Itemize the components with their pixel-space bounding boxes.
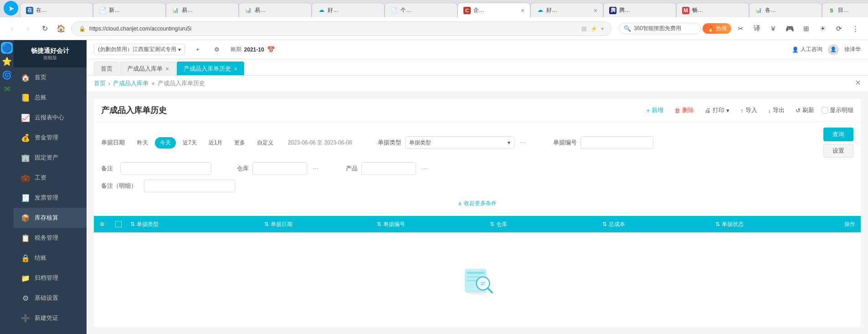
sync-icon[interactable]: ⟳: [832, 21, 846, 36]
tab-mu[interactable]: S 目…: [822, 3, 868, 17]
tab-history-close[interactable]: ×: [234, 65, 237, 72]
delete-btn[interactable]: 🗑 删除: [671, 104, 698, 116]
note-input[interactable]: [120, 162, 211, 175]
nav-item-inventory[interactable]: 📦 库存核算: [14, 208, 87, 228]
company-selector[interactable]: (勿删勿禁用）江西服宝测试专用 ▾: [94, 44, 185, 55]
tab-list-close[interactable]: ×: [165, 65, 169, 72]
th-cost[interactable]: ⇅ 总成本: [599, 221, 711, 228]
grid-icon[interactable]: ⊞: [799, 21, 813, 36]
refresh-btn[interactable]: ↻: [38, 22, 51, 35]
currency-icon[interactable]: ¥: [766, 21, 781, 36]
icon-sidebar-mail[interactable]: ✉: [1, 83, 13, 95]
nav-item-home[interactable]: 🏠 首页: [14, 67, 87, 87]
nav-item-tax[interactable]: 📋 税务管理: [14, 228, 87, 248]
icon-sidebar-home[interactable]: 🔵: [1, 42, 13, 54]
type-dots[interactable]: ···: [518, 139, 528, 147]
query-btn[interactable]: 查询: [823, 128, 853, 141]
product-input[interactable]: [361, 162, 416, 175]
scissors-icon[interactable]: ✂: [733, 21, 748, 36]
nav-item-settings[interactable]: ⚙ 基础设置: [14, 288, 87, 308]
nav-item-funds[interactable]: 💰 资金管理: [14, 128, 87, 148]
tab-qi[interactable]: C 企… ×: [457, 3, 530, 17]
date-btn-yesterday[interactable]: 昨天: [132, 137, 153, 149]
hot-search-badge[interactable]: 🔥 热搜: [703, 23, 731, 34]
icon-sidebar-weibo[interactable]: 🌀: [1, 69, 13, 81]
warehouse-dots[interactable]: ···: [311, 164, 320, 173]
th-gear[interactable]: ⚙: [94, 221, 110, 227]
print-btn[interactable]: 🖨 打印 ▾: [701, 104, 733, 116]
th-ops-text: 操作: [844, 221, 855, 228]
num-filter-label: 单据编号: [553, 139, 577, 147]
type-select[interactable]: 单据类型 ▾: [405, 136, 514, 149]
th-status[interactable]: ⇅ 单据状态: [712, 221, 824, 228]
refresh-action-btn[interactable]: ↺ 刷新: [792, 104, 818, 116]
th-type[interactable]: ⇅ 单据类型: [127, 221, 261, 228]
search-box[interactable]: 🔍 360智能抠图免费用: [619, 23, 701, 34]
date-btn-more[interactable]: 更多: [229, 137, 250, 149]
tab-hao1[interactable]: ☁ 好…: [312, 3, 385, 17]
th-num[interactable]: ⇅ 单据编号: [373, 221, 486, 228]
date-btn-custom[interactable]: 自定义: [252, 137, 278, 149]
tab-list[interactable]: 产成品入库单 ×: [120, 62, 176, 75]
import-btn[interactable]: ↑ 导入: [737, 104, 761, 116]
theme-icon[interactable]: ☀: [815, 21, 830, 36]
tab-label-yi1: 易…: [182, 6, 233, 14]
more-icon[interactable]: ⋮: [848, 21, 863, 36]
tab-home[interactable]: 首页: [94, 62, 119, 75]
user-avatar[interactable]: 👤: [828, 44, 839, 55]
nav-item-newbill[interactable]: ➕ 新建凭证: [14, 308, 87, 328]
translate-icon[interactable]: 译: [750, 21, 764, 36]
detail-note-input[interactable]: [144, 180, 235, 192]
user-service-btn[interactable]: 👤 人工咨询: [792, 46, 822, 53]
game-icon[interactable]: 🎮: [782, 21, 797, 36]
collapse-btn[interactable]: ∧ 收起更多条件: [101, 197, 853, 210]
add-company-btn[interactable]: +: [192, 44, 203, 55]
page-close-btn[interactable]: ×: [855, 77, 861, 88]
th-checkbox[interactable]: [115, 221, 122, 227]
home-nav-btn[interactable]: 🏠: [55, 22, 67, 35]
show-detail-cb[interactable]: 显示明细: [822, 106, 853, 114]
show-detail-checkbox[interactable]: [822, 107, 828, 113]
date-btn-1month[interactable]: 近1月: [204, 137, 228, 149]
nav-item-invoice[interactable]: 🧾 发票管理: [14, 188, 87, 208]
nav-item-payroll[interactable]: 💼 工资: [14, 168, 87, 188]
tab-ge[interactable]: 📄 个…: [385, 3, 457, 17]
export-btn[interactable]: ↓ 导出: [765, 104, 789, 116]
nav-item-reports[interactable]: 📈 云报表中心: [14, 108, 87, 128]
th-check[interactable]: [110, 221, 127, 227]
forward-btn[interactable]: ›: [22, 22, 35, 35]
date-btn-7days[interactable]: 近7天: [178, 137, 202, 149]
tab-close-hao2[interactable]: ×: [594, 7, 597, 14]
settings-company-btn[interactable]: ⚙: [211, 44, 223, 55]
tab-zai[interactable]: 在 在…: [20, 3, 93, 17]
breadcrumb-list[interactable]: 产成品入库单: [113, 79, 149, 87]
address-input[interactable]: 🔒 https://cloud.chanjet.com/accounting/u…: [71, 21, 611, 36]
tab-yi2[interactable]: 📊 易…: [239, 3, 312, 17]
breadcrumb-home[interactable]: 首页: [94, 79, 106, 87]
new-btn[interactable]: + 新增: [642, 104, 667, 116]
tab-close-qi[interactable]: ×: [521, 7, 524, 14]
back-btn[interactable]: ‹: [5, 22, 18, 35]
date-btn-today[interactable]: 今天: [155, 137, 176, 149]
warehouse-input[interactable]: [252, 162, 307, 175]
product-dots[interactable]: ···: [420, 164, 429, 173]
tab-chang[interactable]: M 畅…: [676, 3, 749, 17]
calendar-icon[interactable]: 📅: [267, 46, 275, 53]
settings-filter-btn[interactable]: 设置: [823, 144, 853, 158]
tab-teng[interactable]: 腾 腾…: [603, 3, 676, 17]
tab-history[interactable]: 产成品入库单历史 ×: [177, 62, 244, 75]
address-dropdown-icon: ▾: [601, 26, 604, 32]
th-warehouse[interactable]: ⇅ 仓库: [486, 221, 599, 228]
tab-ge2[interactable]: 📊 各…: [749, 3, 822, 17]
th-date[interactable]: ⇅ 单据日期: [261, 221, 373, 228]
num-input[interactable]: [580, 136, 653, 149]
nav-item-archive[interactable]: 📁 归档管理: [14, 268, 87, 288]
tab-yi1[interactable]: 📊 易…: [166, 3, 239, 17]
icon-sidebar-star[interactable]: ⭐: [1, 56, 13, 67]
nav-item-closing[interactable]: 🔒 结账: [14, 248, 87, 268]
address-refresh-icon: ⚡: [591, 26, 597, 32]
tab-hao2[interactable]: ☁ 好… ×: [530, 3, 603, 17]
nav-item-assets[interactable]: 🏢 固定资产: [14, 148, 87, 168]
nav-item-ledger[interactable]: 📒 总账: [14, 87, 87, 108]
tab-xin[interactable]: 📄 新…: [93, 3, 166, 17]
